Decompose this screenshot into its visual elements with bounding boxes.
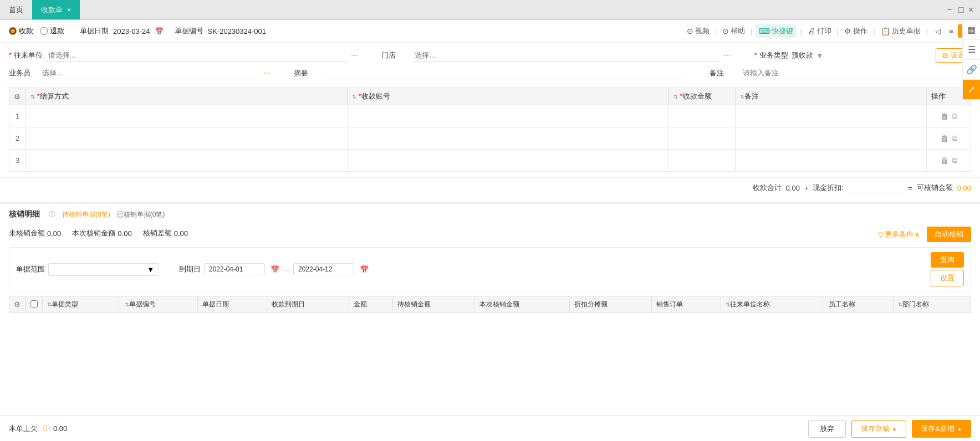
hexiao-info-icon: ⓘ xyxy=(49,210,55,219)
row2-account[interactable] xyxy=(347,127,668,150)
staff-group: 业务员 ··· xyxy=(9,67,270,79)
tab-receipt[interactable]: 收款单 × xyxy=(32,0,80,19)
range-filter: 单据范围 ▼ xyxy=(16,263,159,276)
video-icon: ⊙ xyxy=(687,27,693,35)
date-from-input[interactable] xyxy=(204,263,265,275)
footer-right: 放弃 保存草稿 ▲ 保存&新增 ▲ xyxy=(808,420,971,438)
store-more-button[interactable]: ··· xyxy=(723,50,731,60)
row2-settlement[interactable] xyxy=(26,127,348,150)
date-to-calendar-icon[interactable]: 📅 xyxy=(360,265,369,274)
counterparty-input[interactable] xyxy=(46,49,348,61)
plus-label: + xyxy=(804,184,809,192)
row1-remark[interactable] xyxy=(735,105,926,127)
date-from-calendar-icon[interactable]: 📅 xyxy=(270,265,279,274)
row3-copy-icon[interactable]: ⧉ xyxy=(952,156,957,165)
operation-icon: ⚙ xyxy=(844,27,851,35)
right-sidebar: ▦ ☰ 🔗 ⤢ xyxy=(962,20,980,100)
radio-receipt[interactable]: 收款 xyxy=(9,26,33,36)
counterparty-more-button[interactable]: ··· xyxy=(351,50,358,60)
remark-input[interactable] xyxy=(741,67,971,79)
row1-delete-icon[interactable]: 🗑 xyxy=(941,112,948,121)
layout-list-button[interactable]: ≡ xyxy=(945,24,958,38)
row1-amount[interactable] xyxy=(668,105,735,127)
bt-header-sales-order: 销售订单 xyxy=(651,296,721,313)
save-new-arrow-icon[interactable]: ▲ xyxy=(957,425,962,432)
bt-settings-icon[interactable]: ⚙ xyxy=(14,300,21,309)
abstract-input[interactable] xyxy=(325,67,686,79)
row1-copy-icon[interactable]: ⧉ xyxy=(952,111,957,121)
hexiao-header: 核销明细 ⓘ 待核销单据(0笔) 已核销单据(0笔) xyxy=(9,209,971,219)
toolbar-shortcut[interactable]: ⌨ 快捷键 xyxy=(756,24,797,38)
toolbar-history[interactable]: 📋 历史单据 xyxy=(879,25,923,37)
hexiao-table: ⚙ ⇅单据类型 ⇅单据编号 单据日期 收款到期日 金额 待核销金额 本次 xyxy=(9,296,971,313)
pending-tab[interactable]: 待核销单据(0笔) xyxy=(62,210,110,219)
table-row: 3 🗑 ⧉ xyxy=(9,150,971,172)
store-input[interactable] xyxy=(412,49,720,61)
doc-date-calendar-icon[interactable]: 📅 xyxy=(155,27,164,35)
biz-type-dropdown-icon[interactable]: ▼ xyxy=(816,52,824,60)
store-group: 门店 ··· xyxy=(381,49,731,61)
help-icon: ⊙ xyxy=(722,27,729,35)
due-date-label: 到期日 xyxy=(179,264,201,274)
toolbar-print[interactable]: 🖨 打印 xyxy=(805,25,834,37)
bt-header-gear: ⚙ xyxy=(9,296,26,313)
row3-account[interactable] xyxy=(347,150,668,172)
header-toolbar: ⊙ 视频 | ⊙ 帮助 | ⌨ 快捷键 | 🖨 打印 | ⚙ 操作 xyxy=(685,24,971,38)
sidebar-list-icon[interactable]: ☰ xyxy=(963,40,981,60)
bt-header-doc-type: ⇅单据类型 xyxy=(43,296,120,313)
row2-amount[interactable] xyxy=(668,127,735,150)
tab-home[interactable]: 首页 xyxy=(0,0,32,19)
more-conditions-button[interactable]: ▽ 更多条件 ∧ xyxy=(878,229,920,239)
toolbar-operation[interactable]: ⚙ 操作 xyxy=(842,25,870,37)
remark-group: 备注 xyxy=(710,67,971,79)
sidebar-table-icon[interactable]: ▦ xyxy=(963,20,981,40)
save-draft-arrow-icon[interactable]: ▲ xyxy=(892,425,897,432)
row3-settlement[interactable] xyxy=(26,150,348,172)
filter-settings-button[interactable]: 设置 xyxy=(931,270,964,286)
row2-remark[interactable] xyxy=(735,127,926,150)
bt-header-amount: 金额 xyxy=(349,296,393,313)
row3-delete-icon[interactable]: 🗑 xyxy=(941,156,948,165)
auto-cancel-button[interactable]: 自动核销 xyxy=(927,227,971,242)
save-new-button[interactable]: 保存&新增 ▲ xyxy=(912,420,971,438)
abstract-label: 摘要 xyxy=(294,68,321,78)
abandon-button[interactable]: 放弃 xyxy=(808,420,846,438)
bt-header-dept: ⇅部门名称 xyxy=(893,296,971,313)
window-close-button[interactable]: × xyxy=(968,5,973,15)
range-select[interactable]: ▼ xyxy=(48,263,159,276)
settings-gear-icon: ⚙ xyxy=(942,52,948,60)
query-button[interactable]: 查询 xyxy=(931,252,964,268)
sidebar-attach-icon[interactable]: 🔗 xyxy=(963,60,981,80)
toolbar-help[interactable]: ⊙ 帮助 xyxy=(720,25,747,37)
row1-settlement[interactable] xyxy=(26,105,348,127)
staff-label: 业务员 xyxy=(9,68,37,78)
staff-more-button[interactable]: ··· xyxy=(263,68,270,78)
radio-refund[interactable]: 退款 xyxy=(40,26,64,36)
bt-header-discount: 折扣分摊额 xyxy=(569,296,651,313)
chevron-up-icon: ∧ xyxy=(915,230,920,239)
staff-input[interactable] xyxy=(40,67,260,79)
date-to-input[interactable] xyxy=(293,263,354,275)
discount-input[interactable] xyxy=(848,182,904,193)
tab-bar-actions: － □ × xyxy=(945,4,980,16)
main-content: 收款 退款 单据日期 2023-03-24 📅 单据编号 SK-20230324… xyxy=(0,20,980,441)
row3-remark[interactable] xyxy=(735,150,926,172)
window-min-button[interactable]: － xyxy=(945,4,954,16)
bt-select-all[interactable] xyxy=(30,300,38,307)
window-max-button[interactable]: □ xyxy=(958,5,964,15)
row3-amount[interactable] xyxy=(668,150,735,172)
table-settings-icon[interactable]: ⚙ xyxy=(14,93,21,101)
net-amount-label: 可核销金额 xyxy=(917,183,953,193)
toolbar-video[interactable]: ⊙ 视频 xyxy=(685,25,712,37)
row2-delete-icon[interactable]: 🗑 xyxy=(941,134,948,143)
row2-copy-icon[interactable]: ⧉ xyxy=(952,134,957,143)
save-draft-button[interactable]: 保存草稿 ▲ xyxy=(851,420,907,438)
completed-tab[interactable]: 已核销单据(0笔) xyxy=(117,210,165,219)
doc-meta: 单据日期 2023-03-24 📅 单据编号 SK-20230324-001 xyxy=(80,26,266,36)
uncancelled-stat: 未核销金额 0.00 xyxy=(9,228,61,238)
range-dropdown-icon: ▼ xyxy=(147,265,154,274)
layout-prev-button[interactable]: ◁ xyxy=(931,24,945,38)
tab-close-button[interactable]: × xyxy=(67,6,71,14)
sidebar-expand-icon[interactable]: ⤢ xyxy=(963,80,981,100)
row1-account[interactable] xyxy=(347,105,668,127)
